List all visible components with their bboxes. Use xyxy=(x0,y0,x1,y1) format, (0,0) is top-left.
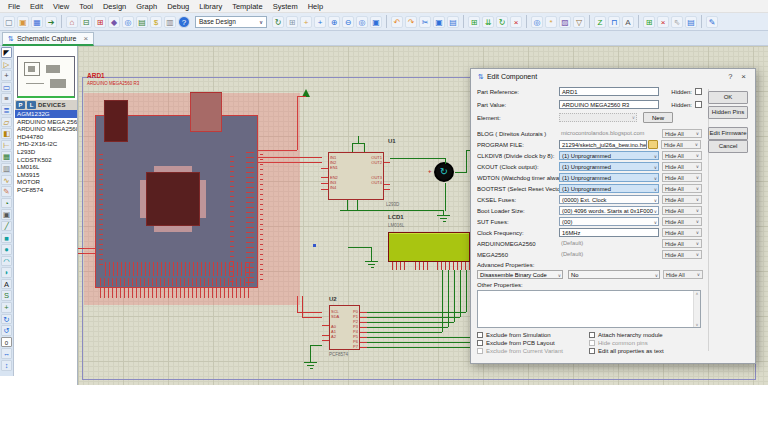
device-list-item[interactable]: LM3915 xyxy=(15,171,77,179)
advanced-property-value-select[interactable]: No xyxy=(568,270,660,279)
device-list-item[interactable]: PCF8574 xyxy=(15,186,77,194)
dialog-title-bar[interactable]: ⇅ Edit Component ? × xyxy=(471,69,755,84)
exit-to-parent-icon[interactable]: ⇖ xyxy=(671,16,683,28)
menu-item[interactable]: View xyxy=(48,0,74,13)
exclude-from-pcb-layout-checkbox[interactable]: Exclude from PCB Layout xyxy=(477,339,589,347)
block-copy-icon[interactable]: ⊞ xyxy=(468,16,480,28)
program-file-field[interactable]: 21294/sketch_jul26a_bew.ino.hex" xyxy=(559,140,647,149)
pick-devices-button[interactable]: P xyxy=(16,101,25,109)
symbol-2d-icon[interactable]: S xyxy=(1,290,12,301)
advanced-property-select[interactable]: Disassemble Binary Code xyxy=(477,270,563,279)
design-explorer-icon[interactable]: ▤ xyxy=(136,16,148,28)
device-list-item[interactable]: MOTOR xyxy=(15,178,77,186)
hide-common-pins-checkbox[interactable]: Hide common pins xyxy=(589,339,664,347)
new-design-icon[interactable]: ▢ xyxy=(3,16,15,28)
other-properties-textarea[interactable]: ∧∨ xyxy=(477,290,701,328)
part-value-hidden-checkbox[interactable] xyxy=(695,101,702,108)
make-device-icon[interactable]: * xyxy=(545,16,557,28)
exclude-from-simulation-checkbox[interactable]: Exclude from Simulation xyxy=(477,331,589,339)
rotation-angle-display[interactable]: 0 xyxy=(1,337,12,348)
menu-item[interactable]: Debug xyxy=(162,0,194,13)
hide-all-select[interactable]: Hide All∨ xyxy=(662,184,702,193)
cancel-button[interactable]: Cancel xyxy=(708,140,748,153)
home-icon[interactable]: ⌂ xyxy=(66,16,78,28)
cksel-select[interactable]: (0000) Ext. Clock xyxy=(559,195,659,204)
dc-motor-component[interactable]: ↻ xyxy=(434,162,454,182)
hide-all-select[interactable]: Hide All∨ xyxy=(661,140,701,149)
text-2d-icon[interactable]: A xyxy=(1,279,12,290)
tape-recorder-mode-icon[interactable]: ▥ xyxy=(1,163,12,174)
hide-all-select[interactable]: Hide All∨ xyxy=(663,270,703,279)
path-2d-icon[interactable]: ◗ xyxy=(1,267,12,278)
voltage-probe-mode-icon[interactable]: ✎ xyxy=(1,186,12,197)
tab-schematic-capture[interactable]: ⇅ Schematic Capture × xyxy=(2,32,94,46)
property-assignment-icon[interactable]: A xyxy=(622,16,634,28)
circle-2d-icon[interactable]: ● xyxy=(1,244,12,255)
device-list-item[interactable]: LCDSTK502 xyxy=(15,156,77,164)
design-explorer-button-icon[interactable]: ▤ xyxy=(685,16,697,28)
design-selector-dropdown[interactable]: Base Design∨ xyxy=(195,16,267,28)
ckout-select[interactable]: (1) Unprogrammed xyxy=(559,162,659,171)
gerber-viewer-icon[interactable]: ◎ xyxy=(122,16,134,28)
clock-frequency-input[interactable]: 16MHz xyxy=(559,228,659,237)
bootrst-select[interactable]: (1) Unprogrammed xyxy=(559,184,659,193)
redo-icon[interactable]: ↷ xyxy=(405,16,417,28)
menu-item[interactable]: Template xyxy=(227,0,267,13)
pcb-layout-icon[interactable]: ⊞ xyxy=(94,16,106,28)
ok-button[interactable]: OK xyxy=(708,91,748,104)
false-origin-icon[interactable]: + xyxy=(300,16,312,28)
selection-mode-icon[interactable]: ◤ xyxy=(1,47,12,58)
box-2d-icon[interactable]: ■ xyxy=(1,233,12,244)
hide-all-select[interactable]: Hide All∨ xyxy=(662,129,702,138)
zoom-to-area-icon[interactable]: ▣ xyxy=(370,16,382,28)
close-tab-icon[interactable]: × xyxy=(83,34,88,43)
hide-all-select[interactable]: Hide All∨ xyxy=(662,239,702,248)
block-move-icon[interactable]: ⇊ xyxy=(482,16,494,28)
bootloader-size-select[interactable]: (00) 4096 words. Starts at 0x1F000 xyxy=(559,206,659,215)
zoom-out-icon[interactable]: ⊖ xyxy=(342,16,354,28)
dialog-close-icon[interactable]: × xyxy=(739,72,748,81)
device-list-item[interactable]: ARDUINO MEGA2560 xyxy=(15,125,77,133)
device-list-item[interactable]: JHD-2X16-I2C xyxy=(15,140,77,148)
hide-all-select[interactable]: Hide All∨ xyxy=(662,217,702,226)
packaging-tool-icon[interactable]: ▨ xyxy=(559,16,571,28)
power-terminal-icon[interactable] xyxy=(302,89,310,97)
terminals-mode-icon[interactable]: ◧ xyxy=(1,128,12,139)
hide-all-select[interactable]: Hide All∨ xyxy=(662,173,702,182)
new-element-button[interactable]: New xyxy=(643,112,673,123)
subcircuit-mode-icon[interactable]: ▱ xyxy=(1,117,12,128)
menu-item[interactable]: Edit xyxy=(25,0,48,13)
hide-all-select[interactable]: Hide All∨ xyxy=(662,228,702,237)
mega2560-field[interactable]: (Default) xyxy=(559,250,659,259)
part-reference-input[interactable]: ARD1 xyxy=(559,87,659,96)
toggle-grid-icon[interactable]: ⊞ xyxy=(286,16,298,28)
remove-sheet-icon[interactable]: × xyxy=(657,16,669,28)
menu-item[interactable]: Tool xyxy=(74,0,98,13)
pick-parts-icon[interactable]: ◎ xyxy=(531,16,543,28)
zoom-all-icon[interactable]: ◎ xyxy=(356,16,368,28)
flip-vertical-icon[interactable]: ↕ xyxy=(1,360,12,371)
threed-visualizer-icon[interactable]: ◆ xyxy=(108,16,120,28)
rotate-anticlockwise-icon[interactable]: ↺ xyxy=(1,325,12,336)
save-design-icon[interactable]: ▦ xyxy=(31,16,43,28)
element-select[interactable] xyxy=(559,113,637,122)
menu-item[interactable]: Help xyxy=(303,0,328,13)
attach-hierarchy-module-checkbox[interactable]: Attach hierarchy module xyxy=(589,331,664,339)
paste-icon[interactable]: ▤ xyxy=(447,16,459,28)
component-mode-icon[interactable]: ▷ xyxy=(1,59,12,70)
device-list-item[interactable]: L293D xyxy=(15,148,77,156)
device-list-item[interactable]: HD44780 xyxy=(15,133,77,141)
device-list-item[interactable]: ARDUINO MEGA 2560 xyxy=(15,118,77,126)
block-rotate-icon[interactable]: ↻ xyxy=(496,16,508,28)
dialog-help-icon[interactable]: ? xyxy=(721,72,739,81)
device-pins-mode-icon[interactable]: ⊢ xyxy=(1,140,12,151)
hide-all-select[interactable]: Hide All∨ xyxy=(662,250,702,259)
hide-all-select[interactable]: Hide All∨ xyxy=(662,195,702,204)
textarea-scrollbar[interactable]: ∧∨ xyxy=(693,291,700,327)
center-at-cursor-icon[interactable]: + xyxy=(314,16,326,28)
cut-icon[interactable]: ✂ xyxy=(419,16,431,28)
menu-item[interactable]: Graph xyxy=(131,0,162,13)
schematic-capture-icon[interactable]: ⊟ xyxy=(80,16,92,28)
flip-horizontal-icon[interactable]: ↔ xyxy=(1,348,12,359)
menu-item[interactable]: Design xyxy=(98,0,131,13)
